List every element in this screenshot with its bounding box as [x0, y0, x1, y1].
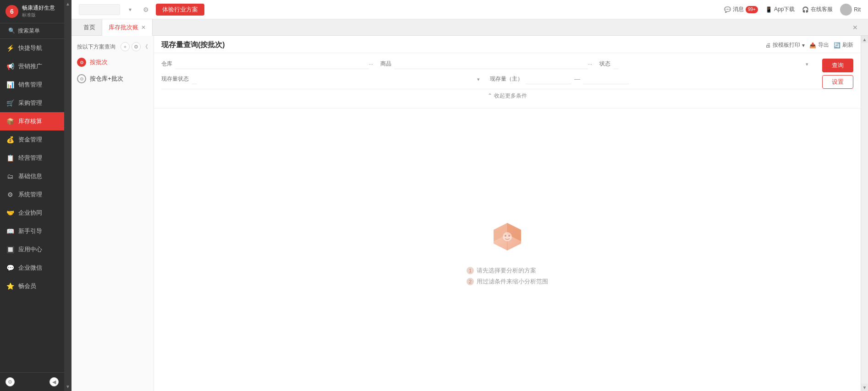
tab-home[interactable]: 首页 — [77, 19, 102, 36]
plan-item-by-warehouse-batch[interactable]: ⚙ 按仓库+批次 — [71, 71, 154, 87]
query-button[interactable]: 查询 — [822, 59, 853, 72]
scroll-down-arrow[interactable]: ▼ — [66, 385, 70, 389]
page-title: 现存量查询(按批次) — [161, 40, 225, 50]
sidebar-item-finance[interactable]: 💰 资金管理 — [0, 130, 64, 149]
tab-inventory-batch-label: 库存批次账 — [109, 23, 138, 32]
user-profile-action[interactable]: Rit — [840, 4, 861, 16]
app-download-icon: 📱 — [765, 6, 772, 13]
filter-status: 状态 — [599, 59, 811, 69]
messages-label: 消息 — [733, 5, 744, 13]
enterprise-icon: 🤝 — [5, 208, 15, 217]
sidebar-item-label: 经营管理 — [18, 154, 42, 162]
empty-hint-1: 1 请先选择要分析的方案 — [467, 266, 548, 275]
left-panel-title-text: 按以下方案查询 — [77, 43, 115, 51]
shortcut-icon: ⚡ — [5, 43, 15, 53]
collapse-left-panel-button[interactable]: 《 — [143, 42, 148, 51]
refresh-label: 刷新 — [842, 41, 853, 49]
try-industry-button[interactable]: 体验行业方案 — [156, 4, 204, 16]
sidebar-scrollbar: ▲ ▼ — [64, 0, 71, 391]
inventory-status-select-wrapper — [192, 74, 483, 84]
header-left: ▾ ⚙ 体验行业方案 — [79, 4, 724, 16]
plan-by-batch-label: 按批次 — [90, 58, 108, 66]
top-header: ▾ ⚙ 体验行业方案 💬 消息 99+ 📱 App下载 🎧 在线客服 Rit — [71, 0, 868, 19]
collapse-sidebar-button[interactable]: ◀ — [49, 377, 59, 386]
right-content: 现存量查询(按批次) 🖨 按模板打印 ▾ 📤 导出 🔄 刷新 — [154, 36, 861, 391]
export-action[interactable]: 📤 导出 — [809, 41, 829, 49]
breadcrumb-dropdown-button[interactable]: ▾ — [125, 4, 136, 15]
appstore-icon: 🔲 — [5, 245, 15, 254]
close-right-icon[interactable]: ✕ — [848, 24, 863, 31]
header-gear-button[interactable]: ⚙ — [140, 4, 151, 15]
inventory-status-select[interactable] — [192, 74, 197, 84]
tab-close-right[interactable]: ✕ — [848, 24, 863, 31]
filter-product: 商品 ··· — [380, 59, 592, 69]
sidebar-search[interactable]: 🔍 搜索菜单 — [0, 23, 64, 39]
sidebar-item-label: 基础信息 — [18, 172, 42, 180]
wechat-icon: 💬 — [5, 263, 15, 272]
messages-action[interactable]: 💬 消息 99+ — [724, 5, 758, 13]
empty-state: 1 请先选择要分析的方案 2 用过滤条件来缩小分析范围 — [154, 109, 861, 391]
print-label: 按模板打印 — [773, 41, 800, 49]
print-action[interactable]: 🖨 按模板打印 ▾ — [765, 41, 805, 49]
plan-settings-button[interactable]: ⚙ — [132, 42, 141, 51]
product-filter-input[interactable] — [394, 59, 588, 69]
hint-num-2: 2 — [467, 278, 474, 285]
scroll-up-arrow[interactable]: ▲ — [66, 2, 70, 6]
tab-home-label: 首页 — [83, 23, 95, 32]
collapse-icon: ⌃ — [488, 92, 492, 99]
sidebar-item-basic[interactable]: 🗂 基础信息 — [0, 167, 64, 185]
sidebar-item-vip[interactable]: ⭐ 畅会员 — [0, 277, 64, 295]
sidebar-item-marketing[interactable]: 📢 营销推广 — [0, 57, 64, 76]
user-name: Rit — [854, 6, 861, 13]
sidebar-item-appstore[interactable]: 🔲 应用中心 — [0, 240, 64, 259]
inventory-amount-label: 现存量（主） — [490, 75, 523, 83]
filter-inventory-status: 现存量状态 — [161, 74, 483, 84]
sidebar-item-purchase[interactable]: 🛒 采购管理 — [0, 94, 64, 112]
inventory-amount-max-input[interactable] — [583, 74, 629, 84]
refresh-action[interactable]: 🔄 刷新 — [834, 41, 853, 49]
scroll-bottom-button[interactable]: ▼ — [861, 384, 868, 391]
export-label: 导出 — [818, 41, 829, 49]
plan-by-warehouse-batch-icon: ⚙ — [77, 74, 86, 83]
collapse-label: 收起更多条件 — [494, 92, 527, 99]
online-service-action[interactable]: 🎧 在线客服 — [802, 5, 833, 13]
tab-inventory-batch[interactable]: 库存批次账 ✕ — [102, 19, 153, 36]
sidebar-item-sales[interactable]: 📊 销售管理 — [0, 76, 64, 94]
warehouse-filter-input[interactable] — [175, 59, 369, 69]
collapse-more-button[interactable]: ⌃ 收起更多条件 — [161, 89, 853, 103]
scroll-top-button[interactable]: ▲ — [861, 36, 868, 43]
sidebar-item-shortcut[interactable]: ⚡ 快捷导航 — [0, 39, 64, 57]
filter-row-1: 仓库 ··· 商品 ··· 状态 — [161, 59, 811, 69]
main: ▾ ⚙ 体验行业方案 💬 消息 99+ 📱 App下载 🎧 在线客服 Rit — [71, 0, 868, 391]
finance-icon: 💰 — [5, 135, 15, 144]
sidebar-item-enterprise[interactable]: 🤝 企业协同 — [0, 204, 64, 222]
inventory-amount-min-input[interactable] — [526, 74, 571, 84]
refresh-icon: 🔄 — [834, 42, 841, 49]
plan-item-by-batch[interactable]: ⚙ 按批次 — [71, 54, 154, 71]
add-plan-button[interactable]: + — [121, 42, 130, 51]
sidebar-item-inventory[interactable]: 📦 库存核算 — [0, 112, 64, 130]
sidebar-item-operations[interactable]: 📋 经营管理 — [0, 149, 64, 167]
export-icon: 📤 — [809, 42, 816, 49]
status-filter-select[interactable] — [613, 59, 619, 69]
sidebar-item-label: 资金管理 — [18, 136, 42, 144]
product-more-button[interactable]: ··· — [588, 61, 592, 67]
sidebar-item-system[interactable]: ⚙ 系统管理 — [0, 185, 64, 204]
status-select-wrapper — [613, 59, 811, 69]
hint-num-1: 1 — [467, 267, 474, 274]
sidebar-item-label: 快捷导航 — [18, 44, 42, 52]
tab-close-button[interactable]: ✕ — [141, 24, 146, 31]
sidebar-item-label: 营销推广 — [18, 62, 42, 71]
app-download-action[interactable]: 📱 App下载 — [765, 5, 795, 13]
sidebar-item-wechat[interactable]: 💬 企业微信 — [0, 259, 64, 277]
messages-badge: 99+ — [746, 6, 758, 13]
sidebar-item-label: 畅会员 — [18, 282, 36, 290]
settings-button[interactable]: 设置 — [822, 75, 853, 89]
filter-warehouse: 仓库 ··· — [161, 59, 373, 69]
warehouse-more-button[interactable]: ··· — [369, 61, 373, 67]
content-area: 按以下方案查询 + ⚙ 《 ⚙ 按批次 ⚙ 按仓库+批次 现存量查询(按批次) — [71, 36, 868, 391]
print-dropdown-icon: ▾ — [802, 42, 805, 49]
settings-footer-button[interactable]: ⚙ — [5, 377, 15, 386]
page-title-bar: 现存量查询(按批次) 🖨 按模板打印 ▾ 📤 导出 🔄 刷新 — [154, 36, 861, 53]
sidebar-item-newbie[interactable]: 📖 新手引导 — [0, 222, 64, 240]
